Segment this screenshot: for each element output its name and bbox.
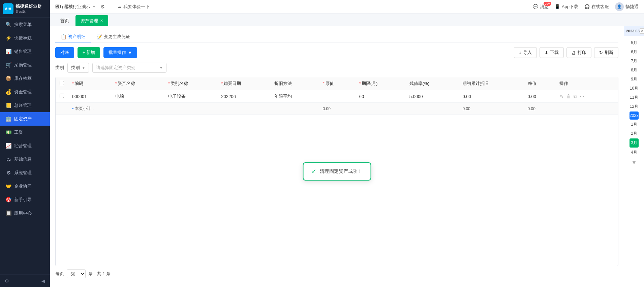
- app-download-button[interactable]: 📱 App下载: [555, 4, 578, 10]
- sidebar-item-资金管理[interactable]: 💰 资金管理: [0, 85, 50, 99]
- subtab-bar: 📋资产明细📝变更生成凭证: [55, 32, 618, 42]
- print-icon: 🖨: [572, 50, 576, 55]
- sidebar-item-搜索菜单[interactable]: 🔍 搜索菜单: [0, 18, 50, 31]
- select-all-header: [56, 77, 68, 90]
- subtotal-initial: 0.00: [458, 103, 523, 115]
- subtab-icon: 📝: [96, 34, 102, 39]
- timeline-month-5月[interactable]: 5月: [628, 38, 640, 47]
- row-original-value: [319, 90, 355, 103]
- import-button[interactable]: ⤵ 导入: [514, 47, 537, 58]
- sidebar-icon: 🎯: [5, 197, 11, 203]
- timeline-month-4月[interactable]: 4月: [628, 148, 640, 157]
- per-page-select[interactable]: 102050100: [67, 269, 86, 278]
- row-asset-name: 电脑: [111, 90, 164, 103]
- sidebar-icon: 📦: [5, 75, 11, 82]
- row-checkbox[interactable]: [60, 94, 64, 98]
- sidebar-item-新手引导[interactable]: 🎯 新手引导: [0, 193, 50, 206]
- topbar-settings-icon[interactable]: ⚙: [100, 4, 105, 10]
- settings-icon[interactable]: ⚙: [5, 278, 9, 284]
- copy-icon[interactable]: ⧉: [574, 94, 577, 99]
- asset-table: *编码*资产名称*类别名称*购买日期折旧方法*原值*期限(月)残值率(%)期初累…: [55, 77, 618, 266]
- service-button[interactable]: 🎧 在线客服: [584, 4, 609, 10]
- column-header-4: 折旧方法: [270, 77, 319, 90]
- sidebar-item-固定资产[interactable]: 🏢 固定资产: [0, 112, 50, 126]
- tab-label: 首页: [60, 18, 69, 24]
- timeline-year-2023[interactable]: 2023: [630, 111, 639, 120]
- timeline-date-label: 2023.03: [626, 29, 640, 33]
- sidebar-item-总账管理[interactable]: 📒 总账管理: [0, 99, 50, 112]
- timeline-month-8月[interactable]: 8月: [628, 66, 640, 75]
- subtab-资产明细[interactable]: 📋资产明细: [55, 32, 91, 42]
- download-button[interactable]: ⬇ 下载: [540, 47, 564, 58]
- required-star: *: [221, 81, 223, 86]
- timeline-month-3月[interactable]: 3月: [630, 138, 639, 148]
- sidebar-item-label: 系统管理: [14, 170, 32, 176]
- timeline-month-10月[interactable]: 10月: [628, 84, 640, 93]
- success-toast: ✓ 清理固定资产成功！: [303, 162, 371, 181]
- user-menu[interactable]: 👤 畅捷通: [615, 2, 639, 11]
- tab-资产管理[interactable]: 资产管理✕: [75, 15, 108, 26]
- sidebar-item-销售管理[interactable]: 📊 销售管理: [0, 45, 50, 58]
- timeline-month-1月[interactable]: 1月: [628, 120, 640, 129]
- total-label: 条，共 1 条: [88, 271, 111, 277]
- batch-button[interactable]: 批量操作 ▼: [103, 47, 137, 58]
- column-header-5: *原值: [319, 77, 355, 90]
- refresh-button[interactable]: ↻ 刷新: [594, 47, 618, 58]
- select-all-checkbox[interactable]: [60, 81, 64, 85]
- tab-首页[interactable]: 首页: [55, 15, 74, 26]
- timeline-month-12月[interactable]: 12月: [628, 102, 640, 111]
- import-icon: ⤵: [519, 50, 521, 55]
- reconcile-button[interactable]: 对账: [55, 47, 74, 58]
- column-header-6: *期限(月): [355, 77, 405, 90]
- timeline-month-7月[interactable]: 7月: [628, 57, 640, 66]
- subtab-变更生成凭证[interactable]: 📝变更生成凭证: [91, 32, 135, 42]
- content-area: 📋资产明细📝变更生成凭证 对账 + 新增 批量操作 ▼ ⤵ 导入 ⬇ 下载: [50, 26, 644, 287]
- more-icon[interactable]: ⋯: [580, 94, 584, 99]
- delete-icon[interactable]: 🗑: [566, 94, 571, 99]
- sidebar-icon: 💵: [5, 129, 11, 135]
- row-actions: ✎ 🗑 ⧉ ⋯: [555, 90, 618, 103]
- main-panel: 📋资产明细📝变更生成凭证 对账 + 新增 批量操作 ▼ ⤵ 导入 ⬇ 下载: [50, 26, 624, 287]
- new-button[interactable]: + 新增: [78, 47, 100, 58]
- sidebar-item-应用中心[interactable]: 🔲 应用中心: [0, 206, 50, 220]
- row-category: 电子设备: [164, 90, 217, 103]
- sidebar-item-库存核算[interactable]: 📦 库存核算: [0, 72, 50, 85]
- category-type-select[interactable]: 类别 ▼: [67, 63, 89, 73]
- timeline-close-button[interactable]: ✕: [640, 28, 644, 34]
- sidebar-item-label: 库存核算: [14, 75, 32, 82]
- message-button[interactable]: 💬 消息 99+: [533, 4, 549, 10]
- experience-button[interactable]: ☁ 我要体验一下: [117, 4, 150, 10]
- timeline-month-6月[interactable]: 6月: [628, 47, 640, 57]
- timeline-month-2月[interactable]: 2月: [628, 129, 640, 138]
- required-star: *: [115, 81, 117, 86]
- column-header-10: 操作: [555, 77, 618, 90]
- sidebar-item-快捷导航[interactable]: ⚡ 快捷导航: [0, 31, 50, 45]
- pagination: 每页 102050100 条，共 1 条: [55, 266, 618, 282]
- topbar-right: 💬 消息 99+ 📱 App下载 🎧 在线客服 👤 畅捷通: [533, 2, 639, 11]
- company-selector[interactable]: 医疗器械行业演示 ▼: [55, 4, 96, 10]
- timeline-collapse-button[interactable]: ▼: [628, 157, 640, 168]
- tab-close-icon[interactable]: ✕: [100, 19, 103, 23]
- timeline-month-9月[interactable]: 9月: [628, 75, 640, 84]
- edit-icon[interactable]: ✎: [559, 94, 563, 99]
- sidebar-item-经营管理[interactable]: 📈 经营管理: [0, 139, 50, 153]
- sidebar-item-企业协同[interactable]: 🤝 企业协同: [0, 180, 50, 193]
- sidebar-bottom: ⚙ ◀: [0, 275, 50, 287]
- print-button[interactable]: 🖨 打印: [566, 47, 591, 58]
- main-area: 医疗器械行业演示 ▼ ⚙ ☁ 我要体验一下 💬 消息 99+ 📱 App下载 🎧…: [50, 0, 644, 287]
- topbar: 医疗器械行业演示 ▼ ⚙ ☁ 我要体验一下 💬 消息 99+ 📱 App下载 🎧…: [50, 0, 644, 13]
- timeline-month-11月[interactable]: 11月: [628, 93, 640, 102]
- category-input-arrow-icon: ▼: [159, 66, 163, 70]
- toast-check-icon: ✓: [311, 168, 316, 175]
- cloud-icon: ☁: [117, 4, 122, 9]
- sidebar-item-基础信息[interactable]: 🗂 基础信息: [0, 153, 50, 166]
- sidebar-item-系统管理[interactable]: ⚙ 系统管理: [0, 166, 50, 180]
- sidebar-icon: 🔲: [5, 210, 11, 216]
- sidebar-item-采购管理[interactable]: 🛒 采购管理: [0, 58, 50, 72]
- timeline-year-empty: [628, 36, 640, 38]
- sidebar-item-label: 基础信息: [14, 156, 32, 162]
- collapse-icon[interactable]: ◀: [41, 278, 45, 284]
- logo-icon: AtA: [3, 3, 13, 14]
- sidebar-item-工资[interactable]: 💵 工资: [0, 126, 50, 139]
- category-input[interactable]: 请选择固定资产类别 ▼: [92, 63, 166, 73]
